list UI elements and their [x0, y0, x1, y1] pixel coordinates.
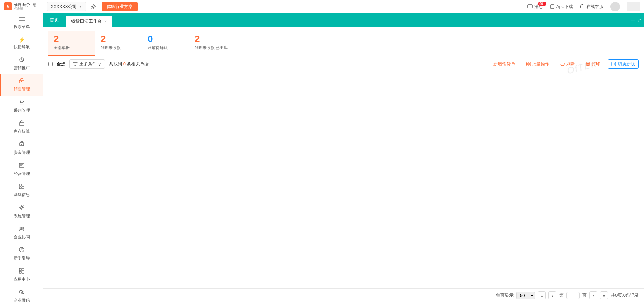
sidebar-item-app-center[interactable]: 应用中心 — [0, 264, 43, 286]
tab-expand-button[interactable]: ⤢ — [637, 17, 641, 23]
sidebar-item-purchase[interactable]: 采购管理 — [0, 96, 43, 117]
batch-action-button[interactable]: 批量操作 — [523, 60, 553, 68]
sidebar-item-marketing[interactable]: 营销推广 — [0, 53, 43, 74]
tab-close-button[interactable]: × — [104, 19, 107, 24]
company-selector[interactable]: XXXXXX公司 ▼ — [47, 2, 86, 11]
online-service-item[interactable]: 在线客服 — [580, 4, 604, 10]
svg-rect-20 — [22, 187, 24, 189]
quick-nav-icon: ⚡ — [18, 37, 25, 43]
content-area: 首页 钱货日清工作台 × ─ ⤢ 2 全部单据 2 到期未收款 — [43, 13, 644, 302]
inventory-icon — [19, 120, 25, 127]
switch-new-label: 切换新版 — [618, 61, 635, 67]
stat-label-pending: 旺铺待确认 — [148, 45, 181, 51]
sidebar-item-wechat[interactable]: 企业微信 — [0, 286, 43, 302]
page-size-select[interactable]: 50 100 200 — [516, 292, 535, 299]
page-first-button[interactable]: « — [538, 291, 546, 299]
sidebar-item-sales[interactable]: 销售管理 — [0, 74, 43, 96]
total-text: 共0页,0条记录 — [611, 292, 639, 298]
svg-rect-33 — [529, 62, 530, 64]
stat-card-all[interactable]: 2 全部单据 — [48, 31, 95, 56]
stat-card-pending[interactable]: 0 旺铺待确认 — [142, 31, 189, 56]
filter-button[interactable]: 更多条件 ∨ — [69, 59, 105, 69]
table-area — [43, 72, 644, 288]
add-sale-button[interactable]: + 新增销货单 — [486, 60, 519, 68]
page-input[interactable]: 1 — [566, 292, 580, 299]
sidebar-item-quick-nav[interactable]: ⚡ 快捷导航 — [0, 33, 43, 53]
sidebar-item-enterprise[interactable]: 企业协同 — [0, 222, 43, 243]
svg-point-10 — [23, 104, 24, 105]
found-count: 0 — [123, 61, 126, 66]
tab-minimize-button[interactable]: ─ — [631, 17, 635, 23]
marketing-icon — [19, 57, 25, 64]
sidebar-item-search-menu[interactable]: 搜索菜单 — [0, 13, 43, 33]
stat-count-overdue: 2 — [101, 34, 134, 44]
tab-bar: 首页 钱货日清工作台 × ─ ⤢ — [43, 13, 644, 27]
tab-home[interactable]: 首页 — [43, 13, 66, 27]
stat-card-shipped[interactable]: 2 到期未收款 已出库 — [189, 31, 236, 56]
stat-card-overdue[interactable]: 2 到期未收款 — [95, 31, 142, 56]
sidebar-item-finance[interactable]: 资金管理 — [0, 138, 43, 159]
sidebar-label: 新手引导 — [14, 255, 30, 261]
page-next-button[interactable]: › — [589, 291, 597, 299]
sidebar-item-system[interactable]: 系统管理 — [0, 201, 43, 222]
select-all-checkbox[interactable] — [48, 62, 53, 66]
svg-point-23 — [22, 227, 24, 229]
stat-count-shipped: 2 — [195, 34, 228, 44]
company-name: XXXXXX公司 — [51, 4, 77, 10]
toolbar: 全选 更多条件 ∨ 共找到 0 条相关单据 + 新增销货单 批量操作 — [43, 56, 644, 72]
select-all-label: 全选 — [57, 61, 65, 67]
svg-point-8 — [21, 81, 22, 82]
batch-label: 批量操作 — [532, 61, 549, 67]
found-text: 共找到 0 条相关单据 — [109, 61, 149, 67]
guide-icon — [19, 247, 25, 254]
svg-rect-29 — [19, 271, 21, 273]
sidebar-label: 系统管理 — [14, 213, 30, 219]
sidebar-label: 营销推广 — [14, 65, 30, 71]
sidebar-label: 基础信息 — [14, 192, 30, 198]
svg-rect-34 — [526, 64, 528, 66]
svg-rect-28 — [22, 268, 24, 270]
logo-area: 6 畅捷通好生意 标准版 — [4, 2, 47, 11]
system-icon — [19, 204, 25, 212]
svg-rect-26 — [19, 268, 21, 271]
sidebar-item-guide[interactable]: 新手引导 — [0, 243, 43, 264]
refresh-label: 刷新 — [566, 61, 575, 67]
chevron-down-icon: ▼ — [79, 5, 82, 8]
message-item[interactable]: 消息 99+ — [527, 4, 543, 10]
operation-icon — [19, 162, 25, 170]
stat-label-shipped: 到期未收款 已出库 — [195, 45, 228, 51]
toolbar-right: + 新增销货单 批量操作 刷新 打印 切换新版 — [486, 59, 639, 69]
svg-rect-27 — [22, 271, 24, 273]
svg-rect-35 — [529, 64, 530, 66]
page-unit: 页 — [582, 292, 587, 298]
print-button[interactable]: 打印 — [582, 60, 604, 68]
print-label: 打印 — [592, 61, 600, 67]
stat-label-overdue: 到期未收款 — [101, 45, 134, 51]
enterprise-icon — [19, 226, 25, 233]
sidebar-item-basic-info[interactable]: 基础信息 — [0, 180, 43, 201]
trial-button[interactable]: 体验行业方案 — [102, 2, 138, 11]
sidebar-label: 企业微信 — [14, 298, 30, 302]
settings-button[interactable] — [89, 2, 98, 11]
switch-new-button[interactable]: 切换新版 — [608, 59, 639, 69]
svg-point-0 — [92, 6, 94, 7]
page-content: 2 全部单据 2 到期未收款 0 旺铺待确认 2 到期未收款 已出库 — [43, 27, 644, 302]
user-avatar[interactable] — [610, 2, 620, 11]
stat-label-all: 全部单据 — [54, 45, 87, 51]
page-prev-button[interactable]: ‹ — [548, 291, 556, 299]
app-center-icon — [19, 268, 25, 275]
sidebar-item-inventory[interactable]: 库存核算 — [0, 117, 43, 138]
sidebar-label: 经营管理 — [14, 171, 30, 177]
sidebar-label: 销售管理 — [14, 86, 30, 92]
page-last-button[interactable]: » — [600, 291, 608, 299]
app-download-item[interactable]: App下载 — [550, 4, 573, 10]
tab-active-page[interactable]: 钱货日清工作台 × — [66, 16, 112, 27]
sidebar-item-operation[interactable]: 经营管理 — [0, 159, 43, 180]
wechat-icon — [19, 289, 25, 296]
sidebar-label: 搜索菜单 — [14, 24, 30, 30]
basic-info-icon — [19, 183, 25, 191]
svg-rect-18 — [22, 184, 24, 186]
sidebar-label: 库存核算 — [14, 129, 30, 134]
svg-rect-17 — [19, 184, 21, 186]
refresh-button[interactable]: 刷新 — [557, 60, 578, 68]
